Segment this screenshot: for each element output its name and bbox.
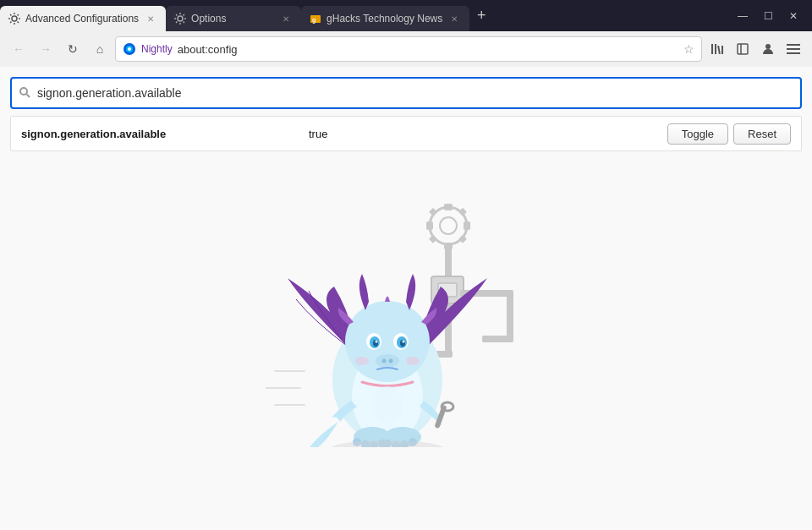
nightly-label: Nightly (141, 43, 173, 55)
svg-rect-10 (721, 46, 723, 54)
svg-text:g: g (312, 17, 315, 24)
svg-rect-7 (711, 44, 713, 54)
toggle-button[interactable]: Toggle (667, 123, 728, 145)
svg-rect-27 (429, 235, 437, 243)
svg-rect-11 (738, 44, 748, 54)
svg-point-1 (178, 16, 183, 21)
bookmark-icon[interactable]: ☆ (683, 42, 694, 56)
window-controls: — ☐ ✕ (724, 0, 812, 31)
svg-point-47 (403, 341, 405, 343)
svg-rect-26 (458, 208, 467, 216)
tab-icon-ghacks: g (310, 13, 321, 25)
svg-rect-23 (426, 221, 433, 230)
tabs-area: Advanced Configurations ✕ Options ✕ g g (0, 0, 724, 31)
tab-icon-config (8, 13, 20, 25)
sidebar-button[interactable] (731, 37, 754, 61)
svg-point-48 (376, 354, 399, 368)
svg-rect-25 (429, 208, 437, 216)
config-name: signon.generation.available (21, 128, 309, 140)
tab-advanced-config[interactable]: Advanced Configurations ✕ (0, 6, 166, 31)
svg-rect-29 (445, 244, 452, 278)
dragon-illustration (262, 177, 550, 447)
svg-rect-9 (717, 46, 721, 54)
search-icon (19, 86, 30, 101)
search-container (10, 77, 802, 109)
tab-label-advanced-config: Advanced Configurations (25, 13, 139, 25)
home-button[interactable]: ⌂ (88, 37, 112, 61)
reset-button[interactable]: Reset (733, 123, 791, 145)
svg-line-18 (27, 94, 30, 97)
search-input[interactable] (37, 86, 793, 100)
nav-bar: ← → ↻ ⌂ Nightly about:config ☆ (0, 31, 812, 67)
svg-point-65 (330, 440, 445, 447)
toolbar-buttons (705, 37, 805, 61)
svg-point-66 (372, 386, 403, 423)
svg-rect-33 (507, 290, 513, 341)
svg-point-0 (12, 16, 17, 21)
svg-point-43 (376, 341, 378, 343)
tab-label-options: Options (191, 13, 274, 25)
svg-rect-21 (444, 204, 453, 210)
svg-point-13 (765, 44, 771, 49)
content-area: signon.generation.available true Toggle … (0, 67, 812, 530)
forward-button[interactable]: → (34, 37, 58, 61)
address-text: about:config (178, 43, 678, 56)
svg-point-20 (440, 217, 457, 234)
close-button[interactable]: ✕ (782, 4, 805, 28)
config-actions: Toggle Reset (667, 123, 791, 145)
svg-rect-16 (787, 52, 800, 54)
browser-logo-icon (123, 42, 136, 56)
minimize-button[interactable]: — (731, 4, 754, 28)
library-button[interactable] (705, 37, 729, 61)
account-button[interactable] (756, 37, 780, 61)
svg-rect-24 (464, 221, 470, 230)
svg-point-50 (389, 359, 393, 363)
title-bar: Advanced Configurations ✕ Options ✕ g g (0, 0, 812, 31)
reload-button[interactable]: ↻ (61, 37, 85, 61)
tab-icon-options (174, 13, 186, 25)
back-button[interactable]: ← (7, 37, 30, 61)
tab-options[interactable]: Options ✕ (166, 6, 301, 31)
svg-rect-34 (482, 336, 513, 342)
tab-close-options[interactable]: ✕ (279, 12, 293, 25)
config-value: true (309, 128, 667, 140)
tab-ghacks[interactable]: g gHacks Technology News ✕ (301, 6, 469, 31)
svg-point-39 (345, 301, 430, 382)
tab-close-advanced-config[interactable]: ✕ (144, 12, 157, 25)
illustration-area (10, 168, 802, 456)
svg-point-49 (382, 359, 387, 363)
svg-rect-8 (715, 44, 716, 54)
menu-button[interactable] (782, 37, 805, 61)
config-result-row: signon.generation.available true Toggle … (10, 116, 802, 151)
tab-close-ghacks[interactable]: ✕ (447, 12, 461, 25)
svg-point-51 (355, 357, 369, 365)
svg-point-52 (406, 357, 420, 365)
address-bar[interactable]: Nightly about:config ☆ (115, 36, 702, 62)
tab-label-ghacks: gHacks Technology News (326, 13, 442, 25)
new-tab-button[interactable]: + (469, 4, 493, 28)
svg-rect-14 (787, 44, 800, 46)
svg-rect-15 (787, 48, 800, 50)
svg-point-6 (128, 47, 131, 51)
svg-point-17 (20, 88, 27, 95)
maximize-button[interactable]: ☐ (756, 4, 780, 28)
